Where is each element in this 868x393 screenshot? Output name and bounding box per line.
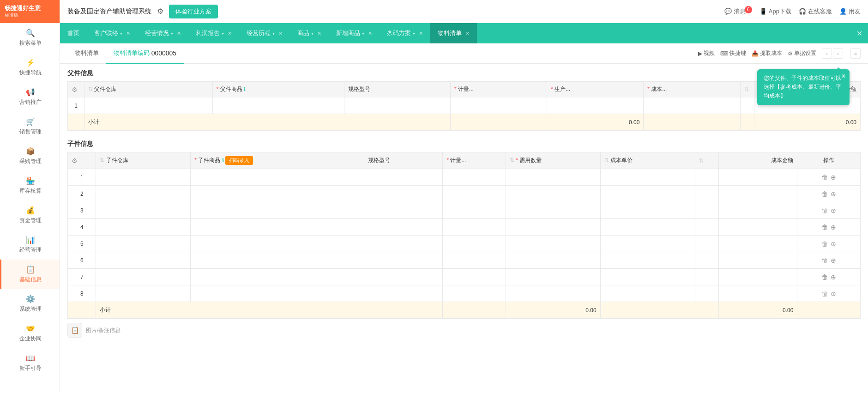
form-settings-btn[interactable]: ⚙ 单据设置 — [788, 49, 816, 57]
notes-icon[interactable]: 📋 — [67, 323, 82, 338]
sidebar-item-finance[interactable]: 💰 资金管理 — [0, 200, 60, 230]
tab-new-goods[interactable]: 新增商品 ▾ ✕ — [329, 23, 380, 43]
delete-icon[interactable]: 🗑 — [821, 207, 828, 214]
th-settings[interactable]: ⚙ — [68, 82, 84, 97]
experience-btn[interactable]: 体验行业方案 — [169, 5, 218, 18]
copy-icon[interactable]: ⊕ — [831, 174, 836, 181]
child-goods-cell[interactable] — [191, 186, 364, 202]
sidebar-item-sales[interactable]: 🛒 销售管理 — [0, 112, 60, 141]
close-icon[interactable]: ✕ — [177, 30, 181, 36]
child-spec-cell[interactable] — [364, 285, 443, 302]
tab-bom[interactable]: 物料清单 ✕ — [430, 23, 477, 43]
parent-spec-cell[interactable] — [344, 97, 450, 114]
online-service-group[interactable]: 🎧 在线客服 — [799, 7, 832, 16]
extract-cost-btn[interactable]: 📥 提取成本 — [752, 49, 782, 57]
tab-operations[interactable]: 经营情况 ▾ ✕ — [138, 23, 188, 43]
tab-history[interactable]: 经营历程 ▾ ✕ — [239, 23, 290, 43]
child-goods-cell[interactable] — [191, 252, 364, 269]
sidebar-item-quick-nav[interactable]: ⚡ 快捷导航 — [0, 53, 60, 82]
view-mode-button[interactable]: ≡ — [850, 48, 861, 59]
copy-icon[interactable]: ⊕ — [831, 190, 836, 198]
child-spec-cell[interactable] — [364, 252, 443, 269]
child-warehouse-cell[interactable] — [96, 236, 191, 252]
child-qty-cell[interactable] — [506, 186, 600, 202]
sub-tab-list[interactable]: 物料清单 — [67, 43, 106, 64]
tab-goods[interactable]: 商品 ▾ ✕ — [290, 23, 329, 43]
message-group[interactable]: 💬 消息 6 — [724, 7, 752, 16]
delete-icon[interactable]: 🗑 — [821, 257, 828, 264]
child-qty-cell[interactable] — [506, 219, 600, 236]
child-goods-cell[interactable] — [191, 169, 364, 186]
copy-icon[interactable]: ⊕ — [831, 290, 836, 297]
child-unit-cell[interactable] — [443, 202, 506, 219]
child-unit-cell[interactable] — [443, 219, 506, 236]
tab-customer[interactable]: 客户联络 ▾ ✕ — [87, 23, 138, 43]
child-goods-cell[interactable] — [191, 219, 364, 236]
close-icon[interactable]: ✕ — [465, 30, 470, 36]
child-qty-cell[interactable] — [506, 169, 600, 186]
tab-profit[interactable]: 利润报告 ▾ ✕ — [188, 23, 239, 43]
child-warehouse-cell[interactable] — [96, 285, 191, 302]
child-spec-cell[interactable] — [364, 269, 443, 285]
sidebar-item-operations[interactable]: 📊 经营管理 — [0, 230, 60, 260]
th-child-settings[interactable]: ⚙ — [68, 152, 96, 169]
parent-warehouse-cell[interactable] — [84, 97, 213, 114]
child-warehouse-cell[interactable] — [96, 186, 191, 202]
sidebar-item-search[interactable]: 🔍 搜索菜单 — [0, 23, 60, 53]
child-warehouse-cell[interactable] — [96, 269, 191, 285]
tab-barcode[interactable]: 条码方案 ▾ ✕ — [380, 23, 430, 43]
child-warehouse-cell[interactable] — [96, 202, 191, 219]
child-unit-cell[interactable] — [443, 169, 506, 186]
child-goods-cell[interactable] — [191, 269, 364, 285]
child-spec-cell[interactable] — [364, 236, 443, 252]
delete-icon[interactable]: 🗑 — [821, 190, 828, 198]
delete-icon[interactable]: 🗑 — [821, 224, 828, 231]
close-icon[interactable]: ✕ — [419, 30, 423, 36]
delete-icon[interactable]: 🗑 — [821, 290, 828, 297]
sidebar-item-enterprise[interactable]: 🤝 企业协同 — [0, 319, 60, 348]
child-goods-cell[interactable] — [191, 236, 364, 252]
sidebar-item-guide[interactable]: 📖 新手引导 — [0, 348, 60, 378]
parent-production-cell[interactable] — [547, 97, 644, 114]
close-icon[interactable]: ✕ — [368, 30, 372, 36]
child-qty-cell[interactable] — [506, 202, 600, 219]
delete-icon[interactable]: 🗑 — [821, 174, 828, 181]
prev-arrow-icon[interactable]: ‹ — [822, 48, 832, 59]
delete-icon[interactable]: 🗑 — [821, 240, 828, 248]
close-icon[interactable]: ✕ — [228, 30, 232, 36]
child-unit-cost-cell[interactable] — [600, 236, 695, 252]
child-warehouse-cell[interactable] — [96, 219, 191, 236]
child-unit-cell[interactable] — [443, 269, 506, 285]
parent-goods-cell[interactable] — [212, 97, 344, 114]
shortcut-btn[interactable]: ⌨ 快捷键 — [720, 49, 746, 57]
child-qty-cell[interactable] — [506, 236, 600, 252]
sidebar-item-purchase[interactable]: 📦 采购管理 — [0, 141, 60, 171]
parent-cost-cell[interactable] — [644, 97, 740, 114]
copy-icon[interactable]: ⊕ — [831, 273, 836, 281]
delete-icon[interactable]: 🗑 — [821, 273, 828, 281]
view-video-btn[interactable]: ▶ 视频 — [698, 49, 715, 57]
app-download-group[interactable]: 📱 App下载 — [760, 7, 791, 16]
sidebar-item-basic[interactable]: 📋 基础信息 — [0, 260, 60, 289]
child-qty-cell[interactable] — [506, 252, 600, 269]
child-spec-cell[interactable] — [364, 219, 443, 236]
copy-icon[interactable]: ⊕ — [831, 207, 836, 214]
child-unit-cost-cell[interactable] — [600, 219, 695, 236]
child-warehouse-cell[interactable] — [96, 252, 191, 269]
parent-unit-cell[interactable] — [450, 97, 547, 114]
user-group[interactable]: 👤 用友 — [839, 7, 861, 16]
sidebar-item-inventory[interactable]: 🏪 库存核算 — [0, 171, 60, 200]
child-unit-cost-cell[interactable] — [600, 186, 695, 202]
sidebar-item-system[interactable]: ⚙️ 系统管理 — [0, 289, 60, 319]
child-unit-cost-cell[interactable] — [600, 285, 695, 302]
nav-close-all-button[interactable]: ✕ — [851, 29, 868, 38]
child-qty-cell[interactable] — [506, 285, 600, 302]
child-qty-cell[interactable] — [506, 269, 600, 285]
copy-icon[interactable]: ⊕ — [831, 240, 836, 248]
child-unit-cost-cell[interactable] — [600, 252, 695, 269]
child-spec-cell[interactable] — [364, 186, 443, 202]
next-arrow-icon[interactable]: › — [833, 48, 843, 59]
child-unit-cell[interactable] — [443, 285, 506, 302]
child-unit-cost-cell[interactable] — [600, 169, 695, 186]
child-unit-cell[interactable] — [443, 252, 506, 269]
